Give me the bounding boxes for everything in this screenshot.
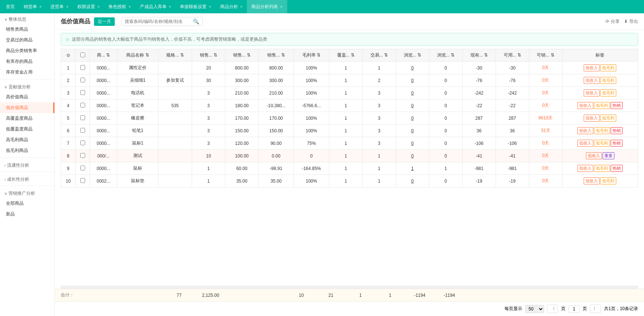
sidebar-section-growth[interactable]: › 成长性分析 — [0, 173, 54, 184]
row-checkbox-cell[interactable] — [76, 62, 90, 74]
col-coverage[interactable]: 覆盖... ⇅ — [329, 49, 362, 62]
row-checkbox[interactable] — [80, 65, 85, 70]
row-checkbox[interactable] — [80, 153, 85, 158]
row-checkbox-cell[interactable] — [76, 87, 90, 99]
browse1-link[interactable]: 0 — [411, 153, 414, 159]
sidebar-item-high-coverage[interactable]: 高覆盖度商品 — [0, 113, 54, 124]
sidebar-item-inventory-products[interactable]: 有库存的商品 — [0, 56, 54, 67]
sidebar-item-low-margin[interactable]: 低毛利商品 — [0, 145, 54, 156]
page-number-input[interactable] — [568, 305, 580, 313]
sidebar-item-low-coverage[interactable]: 低覆盖度商品 — [0, 124, 54, 135]
row-browse1[interactable]: 0 — [396, 62, 429, 74]
row-checkbox[interactable] — [80, 103, 85, 108]
col-sale1[interactable]: 销售... ⇅ — [192, 49, 225, 62]
col-stock[interactable]: 现有... ⇅ — [462, 49, 496, 62]
col-sale3[interactable]: 销售... ⇅ — [258, 49, 294, 62]
row-browse1[interactable]: 0 — [396, 150, 429, 162]
col-browse1[interactable]: 浏览... ⇅ — [396, 49, 429, 62]
browse1-link[interactable]: 0 — [411, 141, 414, 146]
close-icon[interactable]: × — [66, 4, 68, 9]
page-size-select[interactable]: 50 100 — [525, 305, 544, 313]
sidebar-item-traded-products[interactable]: 交易过的商品 — [0, 35, 54, 45]
row-checkbox[interactable] — [80, 115, 85, 120]
browse1-link[interactable]: 0 — [411, 103, 414, 108]
row-browse1[interactable]: 1 — [396, 162, 429, 175]
sidebar-item-sales-products[interactable]: 销售类商品 — [0, 24, 54, 35]
close-icon[interactable]: × — [280, 4, 282, 9]
col-spec[interactable]: 规格... ⇅ — [158, 49, 192, 62]
row-browse1[interactable]: 0 — [396, 87, 429, 99]
browse1-link[interactable]: 1 — [411, 166, 414, 171]
browse1-link[interactable]: 0 — [411, 179, 414, 184]
row-checkbox[interactable] — [80, 78, 85, 82]
export-button[interactable]: ⬇ 导出 — [624, 18, 638, 25]
sidebar-item-category-sales[interactable]: 商品分类销售率 — [0, 45, 54, 56]
sidebar-item-high-value[interactable]: 高价值商品 — [0, 92, 54, 102]
next-page-button[interactable]: 〉 — [590, 305, 601, 313]
filter-button[interactable]: 近一月 — [94, 17, 115, 26]
close-icon[interactable]: × — [128, 4, 131, 9]
row-checkbox-cell[interactable] — [76, 99, 90, 112]
nav-product-analysis-list[interactable]: 商品分析列表 × — [247, 0, 287, 13]
row-browse1[interactable]: 0 — [396, 137, 429, 150]
col-days[interactable]: 可销... ⇅ — [529, 49, 562, 62]
nav-home[interactable]: 首页 — [1, 0, 19, 13]
sidebar-section-marketing[interactable]: ∨ 营销推广分析 — [0, 187, 54, 198]
sidebar-item-high-margin[interactable]: 高毛利商品 — [0, 135, 54, 145]
row-browse1[interactable]: 0 — [396, 175, 429, 187]
col-margin[interactable]: 毛利率 ⇅ — [294, 49, 329, 62]
sidebar-item-inventory-capital[interactable]: 库存资金占用 — [0, 67, 54, 78]
close-icon[interactable]: × — [209, 4, 211, 9]
row-checkbox-cell[interactable] — [76, 125, 90, 137]
row-checkbox-cell[interactable] — [76, 74, 90, 87]
browse1-link[interactable]: 0 — [411, 78, 414, 83]
row-checkbox[interactable] — [80, 128, 85, 133]
sidebar-section-contribution[interactable]: ∨ 贡献值分析 — [0, 81, 54, 92]
nav-purchase-order[interactable]: 进货单 × — [46, 0, 73, 13]
sidebar-item-low-value[interactable]: 低价值商品 — [0, 102, 54, 113]
row-checkbox[interactable] — [80, 178, 85, 183]
share-button[interactable]: ⟳ 分享 — [606, 18, 620, 25]
select-all-checkbox[interactable] — [80, 52, 85, 57]
col-name[interactable]: 商品名称 ⇅ — [117, 49, 158, 62]
search-icon[interactable]: 🔍 — [193, 18, 199, 24]
prev-page-button[interactable]: 〈 — [547, 305, 558, 313]
col-browse2[interactable]: 浏览... ⇅ — [429, 49, 462, 62]
row-checkbox-cell[interactable] — [76, 175, 90, 187]
row-checkbox-cell[interactable] — [76, 162, 90, 175]
row-checkbox[interactable] — [80, 90, 85, 95]
col-code[interactable]: 商... ⇅ — [90, 49, 117, 62]
browse1-link[interactable]: 0 — [411, 116, 414, 121]
row-checkbox-cell[interactable] — [76, 150, 90, 162]
row-browse1[interactable]: 0 — [396, 112, 429, 125]
sidebar-item-all-products[interactable]: 全部商品 — [0, 198, 54, 209]
row-checkbox[interactable] — [80, 140, 85, 145]
nav-template-settings[interactable]: 单据模板设置 × — [175, 0, 215, 13]
scrollbar[interactable] — [61, 286, 638, 289]
row-browse1[interactable]: 0 — [396, 99, 429, 112]
sidebar-item-new-products[interactable]: 新品 — [0, 209, 54, 220]
row-checkbox[interactable] — [80, 166, 85, 170]
col-trade[interactable]: 交易... ⇅ — [362, 49, 396, 62]
col-checkbox[interactable] — [76, 49, 90, 62]
row-checkbox-cell[interactable] — [76, 112, 90, 125]
close-icon[interactable]: × — [39, 4, 41, 9]
row-browse1[interactable]: 0 — [396, 125, 429, 137]
search-input[interactable] — [125, 19, 191, 24]
row-browse1[interactable]: 0 — [396, 74, 429, 87]
nav-role-auth[interactable]: 角色授权 × — [104, 0, 135, 13]
browse1-link[interactable]: 0 — [411, 128, 414, 133]
sidebar-section-overall[interactable]: ∨ 整体信息 — [0, 13, 54, 24]
nav-permission[interactable]: 权限设置 × — [73, 0, 104, 13]
sidebar-section-circulation[interactable]: › 流通性分析 — [0, 159, 54, 170]
col-available[interactable]: 可用... ⇅ — [496, 49, 529, 62]
col-sale2[interactable]: 销售... ⇅ — [225, 49, 258, 62]
row-checkbox-cell[interactable] — [76, 137, 90, 150]
nav-product-analysis[interactable]: 商品分析 × — [216, 0, 247, 13]
nav-finished-goods[interactable]: 产成品入库单 × — [135, 0, 175, 13]
browse1-link[interactable]: 0 — [411, 65, 414, 71]
close-icon[interactable]: × — [97, 4, 100, 9]
close-icon[interactable]: × — [240, 4, 242, 9]
col-settings[interactable]: ⚙ — [61, 49, 76, 62]
close-icon[interactable]: × — [169, 4, 171, 9]
